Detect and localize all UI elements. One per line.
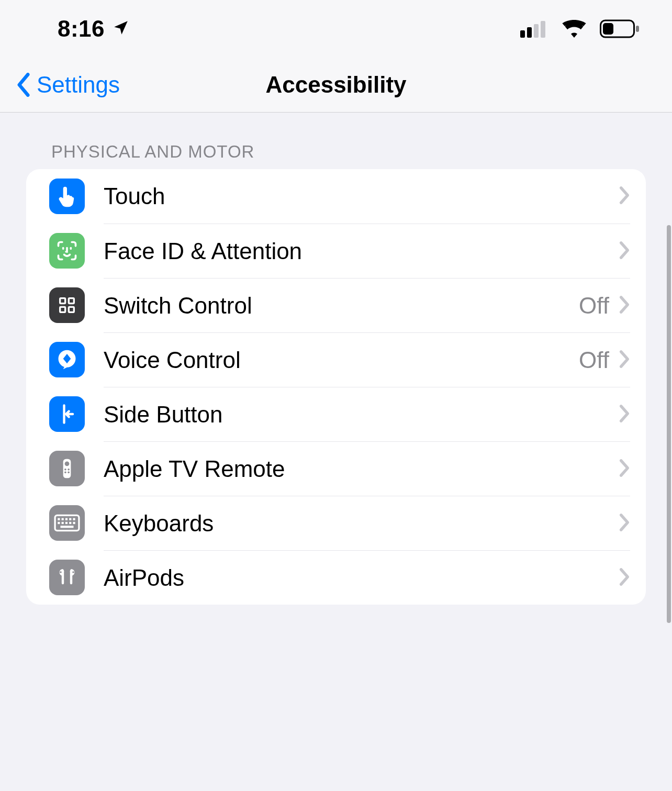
row-content: Side Button [104,387,630,441]
touch-icon [49,179,85,214]
row-label: Apple TV Remote [104,456,619,482]
row-faceid[interactable]: Face ID & Attention [26,224,646,278]
row-label: AirPods [104,565,619,591]
svg-rect-20 [65,518,68,520]
row-label: Keyboards [104,510,619,537]
row-label: Face ID & Attention [104,238,619,264]
status-right [520,19,641,38]
row-touch[interactable]: Touch [26,169,646,224]
svg-point-14 [68,469,70,471]
chevron-right-icon [619,185,630,207]
svg-rect-0 [520,30,525,38]
svg-rect-19 [62,518,64,520]
row-tvremote[interactable]: Apple TV Remote [26,441,646,496]
airpods-icon [49,560,85,595]
svg-point-13 [64,469,66,471]
row-content: Keyboards [104,496,630,550]
row-airpods[interactable]: AirPods [26,550,646,605]
tvremote-icon [49,451,85,486]
svg-rect-5 [603,23,613,35]
location-arrow-icon [112,16,130,42]
row-voice[interactable]: Voice ControlOff [26,332,646,387]
nav-bar: Settings Accessibility [0,58,672,113]
faceid-icon [49,233,85,269]
svg-rect-10 [69,307,74,312]
row-value: Off [579,293,609,319]
svg-rect-21 [69,518,71,520]
row-label: Voice Control [104,347,579,373]
svg-point-15 [64,472,66,474]
svg-point-30 [72,571,74,573]
svg-rect-28 [61,526,74,528]
cellular-signal-icon [520,20,548,38]
section-header: PHYSICAL AND MOTOR [0,113,672,169]
row-label: Side Button [104,402,619,428]
chevron-right-icon [619,567,630,589]
status-time: 8:16 [58,16,105,42]
scrollbar[interactable] [667,225,671,623]
battery-icon [600,19,641,38]
row-keyboard[interactable]: Keyboards [26,496,646,550]
chevron-right-icon [619,404,630,426]
row-content: AirPods [104,550,630,605]
row-label: Touch [104,183,619,209]
svg-rect-8 [69,298,74,304]
row-switch[interactable]: Switch ControlOff [26,278,646,332]
row-content: Voice ControlOff [104,332,630,387]
switch-icon [49,287,85,323]
settings-group: TouchFace ID & AttentionSwitch ControlOf… [26,169,646,605]
row-content: Touch [104,169,630,224]
chevron-right-icon [619,458,630,480]
status-left: 8:16 [58,16,130,42]
chevron-right-icon [619,295,630,317]
row-sidebutton[interactable]: Side Button [26,387,646,441]
svg-rect-7 [60,298,65,304]
svg-rect-18 [58,518,60,520]
svg-rect-2 [534,24,539,38]
status-bar: 8:16 [0,0,672,58]
back-button[interactable]: Settings [16,72,120,98]
svg-rect-23 [58,522,60,524]
svg-rect-3 [541,21,545,38]
svg-rect-1 [527,27,532,38]
chevron-right-icon [619,240,630,262]
row-content: Switch ControlOff [104,278,630,332]
svg-rect-26 [69,522,71,524]
chevron-right-icon [619,513,630,534]
row-label: Switch Control [104,293,579,319]
svg-rect-24 [62,522,64,524]
sidebutton-icon [49,396,85,432]
chevron-left-icon [16,73,31,97]
back-label: Settings [37,72,120,98]
chevron-right-icon [619,349,630,371]
row-content: Face ID & Attention [104,224,630,278]
svg-rect-9 [60,307,65,312]
voice-icon [49,342,85,377]
svg-point-12 [65,461,70,466]
svg-rect-6 [636,26,639,32]
svg-rect-27 [73,522,75,524]
row-value: Off [579,347,609,373]
svg-point-29 [60,571,62,573]
keyboard-icon [49,505,85,541]
svg-rect-22 [73,518,75,520]
row-content: Apple TV Remote [104,441,630,496]
svg-rect-25 [65,522,68,524]
wifi-icon [562,20,586,38]
svg-point-16 [68,472,70,474]
